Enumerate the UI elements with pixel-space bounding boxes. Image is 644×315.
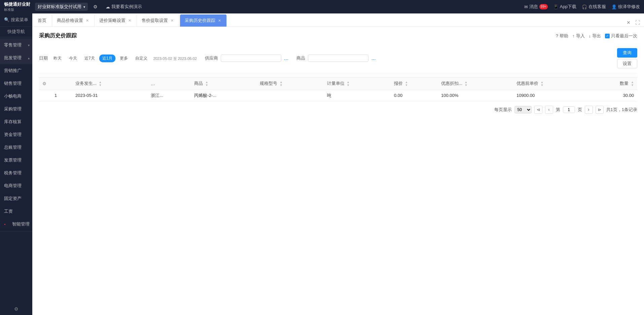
table-header-row: ⚙ 业务发生... ▲▼ … 商品 [39, 78, 637, 90]
help-button[interactable]: ? 帮助 [556, 33, 568, 39]
date-btn-1month[interactable]: 近1月 [99, 55, 116, 62]
date-btn-7days[interactable]: 近7天 [81, 55, 98, 62]
table-col-spec[interactable]: 规格型号 ▲▼ [256, 78, 323, 90]
product-input[interactable] [308, 55, 368, 62]
date-btn-more[interactable]: 更多 [117, 55, 131, 62]
table-col-qty[interactable]: 数量 ▲▼ [590, 78, 637, 90]
content-area: 首页 商品价格设置 ✕ 进价策略设置 ✕ 售价提取设置 ✕ 采购历史价跟踪 ✕ … [32, 13, 644, 315]
online-service-button[interactable]: 🎧 在线客服 [582, 4, 606, 10]
table-col-date[interactable]: 业务发生... ▲▼ [72, 78, 147, 90]
settings-icon[interactable]: ⚙ [92, 3, 99, 11]
tab-home-label: 首页 [38, 18, 46, 24]
table-col-price[interactable]: 报价 ▲▼ [391, 78, 438, 90]
demo-button[interactable]: ☁ 我要看实例演示 [106, 4, 142, 10]
sort-icon: ▲▼ [347, 81, 350, 87]
sort-icon: ▲▼ [280, 81, 283, 87]
tab-close-icon[interactable]: ✕ [128, 18, 132, 23]
only-last-checkbox[interactable]: ✓ 只看最后一次 [605, 33, 637, 39]
sidebar-item-ai[interactable]: ● 智能管理 [0, 218, 32, 231]
first-page-button[interactable]: ⊲ [534, 106, 542, 114]
date-filter-label: 日期 [39, 55, 48, 61]
tab-purchase-history[interactable]: 采购历史价跟踪 ✕ [180, 14, 227, 27]
tab-close-window-icon[interactable]: ✕ [625, 19, 632, 27]
table-col-qty-label: 数量 [620, 81, 629, 86]
user-menu[interactable]: 👤 徐泽华修改 [611, 4, 640, 10]
sidebar-gear-button[interactable]: ⚙ [0, 303, 32, 315]
sidebar-item-marketing-label: 营销推广 [4, 68, 22, 74]
user-icon: 👤 [611, 4, 617, 9]
table-col-discount[interactable]: 优惠折扣... ▲▼ [438, 78, 513, 90]
import-button[interactable]: ↑ 导入 [572, 33, 585, 39]
query-button[interactable]: 查询 [617, 48, 637, 58]
sidebar-item-ledger[interactable]: 总账管理 [0, 141, 32, 154]
date-btn-yesterday[interactable]: 昨天 [50, 55, 65, 62]
version-selector[interactable]: 好业财标准版交付试用 ▾ [35, 3, 88, 11]
row-gear-cell [39, 90, 51, 101]
topbar: 畅捷通好业财 标准版 好业财标准版交付试用 ▾ ⚙ ☁ 我要看实例演示 ✉ 消息… [0, 0, 644, 13]
data-table: ⚙ 业务发生... ▲▼ … 商品 [39, 77, 637, 102]
sidebar-item-ecommerce-small[interactable]: 小畅电商 [0, 90, 32, 103]
sidebar-item-payroll[interactable]: 工资 [0, 205, 32, 218]
row-discount-cell: 100.00% [438, 90, 513, 101]
gear-icon[interactable]: ⚙ [42, 81, 46, 86]
prev-page-button[interactable]: ‹ [545, 106, 553, 114]
filter-settings-button[interactable]: 设置 [617, 59, 637, 68]
tab-close-icon[interactable]: ✕ [170, 18, 174, 23]
product-dots-icon[interactable]: ... [371, 55, 375, 61]
table-col-expand[interactable]: … [147, 78, 191, 90]
user-name: 徐泽华修改 [618, 4, 640, 10]
sidebar-item-finance[interactable]: 资金管理 [0, 128, 32, 141]
table-col-product-label: 商品 [194, 81, 203, 86]
supplier-dots-icon[interactable]: ... [284, 55, 288, 61]
row-unit-cell: 吨 [324, 90, 391, 101]
tab-purchase-strategy[interactable]: 进价策略设置 ✕ [95, 14, 137, 27]
supplier-input[interactable] [221, 55, 281, 62]
date-btn-custom[interactable]: 自定义 [132, 55, 150, 62]
table-row: 1 2023-05-31 浙江... 丙烯酸-2-... 吨 0.00 100.… [39, 90, 637, 101]
tab-maximize-icon[interactable]: ⛶ [634, 19, 641, 27]
row-product-cell: 丙烯酸-2-... [191, 90, 256, 101]
sidebar-item-tax[interactable]: 税务管理 [0, 167, 32, 179]
chevron-icon: ▴ [28, 56, 30, 60]
supplier-filter-label: 供应商 [205, 55, 218, 61]
supplier-filter-group: 供应商 ... [205, 55, 288, 62]
sidebar-item-retail[interactable]: 零售管理 ▾ [0, 39, 32, 51]
sidebar-quick-nav-label: 快捷导航 [7, 29, 25, 34]
only-last-label: 只看最后一次 [611, 33, 637, 39]
tab-home[interactable]: 首页 [32, 14, 52, 27]
last-page-button[interactable]: ⊳ [596, 106, 604, 114]
page-actions: ? 帮助 ↑ 导入 ↓ 导出 ✓ 只看最后一次 [556, 33, 637, 39]
table-col-unit-label: 计量单位 [327, 81, 345, 86]
sidebar-quick-nav[interactable]: 快捷导航 [0, 27, 32, 37]
sidebar-item-invoice[interactable]: 发票管理 [0, 154, 32, 167]
sidebar-item-marketing[interactable]: 营销推广 [0, 64, 32, 77]
sidebar-item-wholesale[interactable]: 批发管理 ▴ [0, 51, 32, 64]
tab-close-icon[interactable]: ✕ [85, 18, 90, 23]
table-col-pre-discount[interactable]: 优惠前单价 ▲▼ [513, 78, 590, 90]
row-pre-discount-cell: 10900.00 [513, 90, 590, 101]
sidebar-item-inventory[interactable]: 库存核算 [0, 115, 32, 128]
date-btn-today[interactable]: 今天 [66, 55, 80, 62]
next-page-button[interactable]: › [585, 106, 593, 114]
help-icon: ? [556, 33, 558, 38]
table-col-product[interactable]: 商品 ▲▼ [191, 78, 256, 90]
sidebar-item-assets[interactable]: 固定资产 [0, 192, 32, 205]
tab-product-price[interactable]: 商品价格设置 ✕ [52, 14, 95, 27]
page-input[interactable] [563, 106, 575, 113]
row-spec-cell [256, 90, 323, 101]
table-col-unit[interactable]: 计量单位 ▲▼ [324, 78, 391, 90]
sidebar-item-ecommerce[interactable]: 电商管理 [0, 179, 32, 192]
tab-price-extract[interactable]: 售价提取设置 ✕ [137, 14, 179, 27]
app-download-button[interactable]: 📱 App下载 [553, 4, 576, 10]
per-page-select[interactable]: 50 10 20 100 [514, 106, 532, 113]
version-selector-text: 好业财标准版交付试用 [38, 4, 81, 10]
message-button[interactable]: ✉ 消息 99+ [524, 4, 548, 10]
tab-product-price-label: 商品价格设置 [57, 18, 83, 24]
demo-text: 我要看实例演示 [111, 4, 142, 10]
sidebar-item-purchase[interactable]: 采购管理 [0, 103, 32, 115]
sidebar-search[interactable]: 🔍 搜索菜单 [0, 13, 32, 27]
export-button[interactable]: ↓ 导出 [589, 33, 601, 39]
tab-close-icon[interactable]: ✕ [217, 18, 222, 23]
sidebar-item-sales[interactable]: 销售管理 [0, 77, 32, 90]
search-icon: 🔍 [4, 17, 9, 22]
